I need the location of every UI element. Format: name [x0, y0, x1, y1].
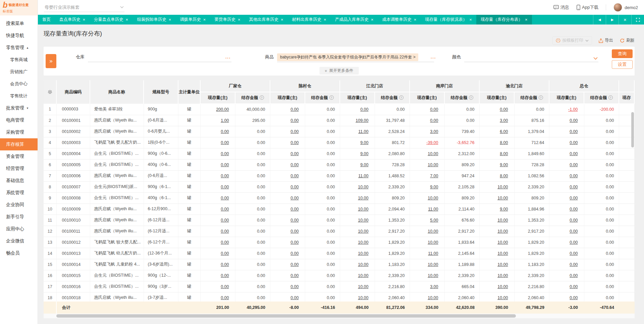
quantity-link[interactable]: 10.00 — [358, 185, 368, 189]
horizontal-scrollbar-thumb[interactable] — [56, 314, 516, 318]
sidebar-item-12[interactable]: 资金管理 — [0, 150, 38, 163]
quantity-link[interactable]: 10.00 — [428, 196, 438, 200]
quantity-link[interactable]: 0.00 — [221, 196, 229, 200]
tab-8[interactable]: 材料出库单历史× — [288, 15, 331, 25]
quantity-link[interactable]: 0.00 — [221, 284, 229, 289]
help-question-icon[interactable]: ? — [329, 95, 334, 100]
quantity-link[interactable]: 10.00 — [358, 207, 368, 212]
quantity-link[interactable]: 0.00 — [570, 151, 578, 156]
app-download-button[interactable]: App下载 — [577, 4, 598, 10]
tab-scroll-left-button[interactable]: ◀ — [593, 15, 606, 25]
account-select[interactable]: 母婴行业演示账套 — [44, 3, 124, 12]
quantity-link[interactable]: 0.00 — [290, 229, 299, 234]
help-question-icon[interactable]: ? — [469, 95, 473, 100]
quantity-link[interactable]: 10.00 — [358, 196, 368, 200]
quantity-link[interactable]: 0.00 — [290, 295, 299, 300]
quantity-link[interactable]: 0.00 — [570, 140, 578, 145]
tab-9[interactable]: 产成品入库单历史× — [331, 15, 378, 25]
quantity-link[interactable]: 10.00 — [497, 229, 508, 234]
quantity-link[interactable]: 0.00 — [570, 129, 578, 134]
quantity-link[interactable]: 0.00 — [290, 140, 299, 145]
quantity-link[interactable]: 8.00 — [500, 140, 508, 145]
quantity-link[interactable]: 0.00 — [570, 185, 578, 189]
tab-scroll-right-button[interactable]: ▶ — [606, 15, 619, 25]
tab-3[interactable]: 分量盘点单历史× — [90, 15, 132, 25]
tab-close-icon[interactable]: × — [281, 17, 283, 22]
quantity-link[interactable]: 3.00 — [430, 129, 438, 134]
quantity-link[interactable]: 0.00 — [290, 185, 299, 189]
quantity-link[interactable]: 0.00 — [570, 295, 578, 300]
product-value-tag[interactable]: babycare孕妇待产包 春季入院全套母子组合孕妇产后冬季月子用品 22件套 … — [277, 53, 418, 61]
quantity-link[interactable]: 1.00 — [221, 118, 229, 123]
tab-close-icon[interactable]: × — [126, 17, 128, 22]
quantity-link[interactable]: 0.00 — [290, 251, 299, 256]
tab-10[interactable]: 成本调整单历史× — [378, 15, 421, 25]
quantity-link[interactable]: 0.00 — [221, 140, 229, 145]
quantity-link[interactable]: 0.00 — [290, 284, 299, 289]
quantity-link[interactable]: 0.00 — [221, 229, 229, 234]
quantity-link[interactable]: 10.00 — [358, 295, 368, 300]
quantity-link[interactable]: 10.00 — [497, 196, 508, 200]
quantity-link[interactable]: 3.00 — [430, 284, 438, 289]
quantity-link[interactable]: 0.00 — [570, 207, 578, 212]
quantity-link[interactable]: 10.00 — [497, 240, 508, 245]
quantity-link[interactable]: 0.00 — [290, 118, 299, 123]
quantity-link[interactable]: 10.00 — [358, 240, 368, 245]
tab-close-icon[interactable]: × — [169, 17, 171, 22]
quantity-link[interactable]: 11.00 — [428, 251, 438, 256]
product-input[interactable]: babycare孕妇待产包 春季入院全套母子组合孕妇产后冬季月子用品 22件套 … — [277, 53, 434, 62]
quantity-link[interactable]: 9.00 — [500, 163, 508, 167]
settings-button[interactable]: 设置 — [612, 60, 633, 69]
print-by-template-button[interactable]: 按模板打印 — [552, 36, 592, 45]
quantity-link[interactable]: 10.00 — [497, 284, 508, 289]
sidebar-item-19[interactable]: 企业微信 — [0, 235, 38, 247]
quantity-link[interactable]: 0.00 — [290, 196, 299, 200]
quantity-link[interactable]: 10.00 — [358, 284, 368, 289]
quantity-link[interactable]: 9.00 — [360, 151, 368, 156]
quantity-link[interactable]: 0.00 — [430, 107, 438, 112]
quantity-link[interactable]: 11.00 — [428, 207, 438, 212]
sidebar-item-10[interactable]: 采购管理 — [0, 126, 38, 138]
color-select[interactable] — [464, 53, 598, 62]
quantity-link[interactable]: 0.00 — [500, 107, 508, 112]
quantity-link[interactable]: 0.00 — [570, 229, 578, 234]
quantity-link[interactable]: 0.00 — [290, 129, 299, 134]
quantity-link[interactable]: 0.00 — [570, 262, 578, 267]
quantity-link[interactable]: 10.00 — [497, 273, 508, 278]
sidebar-item-7[interactable]: 零售统计 — [0, 90, 38, 102]
quantity-link[interactable]: 6.00 — [500, 129, 508, 134]
quantity-link[interactable]: 0.00 — [221, 129, 229, 134]
quantity-link[interactable]: 10.00 — [358, 251, 368, 256]
quantity-link[interactable]: 0.00 — [570, 240, 578, 245]
quantity-link[interactable]: 11.00 — [358, 174, 368, 178]
quantity-link[interactable]: 10.00 — [428, 295, 438, 300]
quantity-link[interactable]: 11.00 — [358, 129, 368, 134]
quantity-link[interactable]: 0.00 — [221, 295, 229, 300]
sidebar-item-13[interactable]: 经营管理 — [0, 163, 38, 175]
quantity-link[interactable]: 0.00 — [290, 174, 299, 178]
quantity-link[interactable]: 0.00 — [290, 218, 299, 223]
tab-6[interactable]: 要货单历史× — [210, 15, 245, 25]
help-question-icon[interactable]: ? — [539, 95, 543, 100]
quantity-link[interactable]: 10.00 — [358, 218, 368, 223]
quantity-link[interactable]: 8.00 — [500, 174, 508, 178]
quantity-link[interactable]: 10.00 — [428, 240, 438, 245]
sidebar-item-11[interactable]: 库存核算 — [0, 138, 38, 150]
horizontal-scrollbar[interactable] — [44, 314, 635, 318]
quantity-link[interactable]: 10.00 — [497, 185, 508, 189]
quantity-link[interactable]: 10.00 — [358, 273, 368, 278]
quantity-link[interactable]: 9.00 — [360, 140, 368, 145]
quantity-link[interactable]: 10.00 — [428, 151, 438, 156]
quantity-link[interactable]: 0.00 — [221, 251, 229, 256]
sidebar-item-5[interactable]: 营销推广 — [0, 66, 38, 78]
help-question-icon[interactable]: ? — [399, 95, 404, 100]
quantity-link[interactable]: 0.00 — [221, 240, 229, 245]
tab-5[interactable]: 调拨单历史× — [175, 15, 210, 25]
quantity-link[interactable]: 0.00 — [570, 118, 578, 123]
vertical-scrollbar[interactable] — [631, 112, 634, 147]
sidebar-item-17[interactable]: 新手引导 — [0, 211, 38, 223]
tab-close-icon[interactable]: × — [525, 17, 528, 22]
quantity-link[interactable]: 0.00 — [570, 273, 578, 278]
product-picker-ellipsis-icon[interactable]: ··· — [431, 55, 436, 60]
sidebar-item-16[interactable]: 企业协同 — [0, 199, 38, 211]
